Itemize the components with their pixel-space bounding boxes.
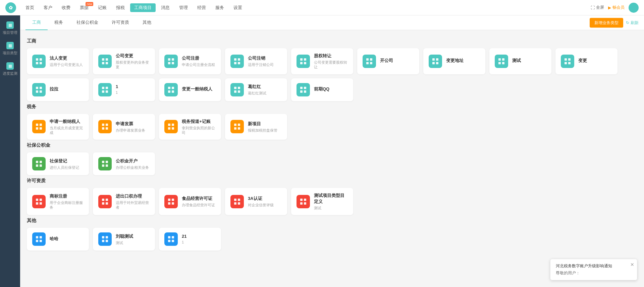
svg-rect-76 — [102, 161, 104, 163]
tab-税务[interactable]: 税务 — [48, 15, 70, 30]
card-text-拉拉: 拉拉 — [50, 86, 58, 93]
card-icon-新项目 — [230, 120, 244, 133]
card-社保登记[interactable]: 社保登记进行人员社保登记 — [27, 152, 89, 175]
nav-item-收费[interactable]: 收费 — [58, 3, 74, 12]
fullscreen-label: 全屏 — [596, 5, 604, 10]
nav-item-工商项目[interactable]: 工商项目 — [130, 3, 156, 12]
card-icon-测试 — [495, 55, 508, 68]
nav-item-设置[interactable]: 设置 — [229, 3, 246, 12]
card-葛红红[interactable]: 葛红红葛红红测试 — [225, 78, 287, 101]
sidebar-item-项目类型[interactable]: ▦项目类型 — [0, 39, 20, 59]
card-21[interactable]: 211 — [159, 228, 221, 250]
nav-item-经营[interactable]: 经营 — [193, 3, 210, 12]
logo[interactable]: ✿ — [5, 2, 16, 13]
sidebar-icon-进度监测: ▦ — [6, 62, 14, 70]
card-拉拉[interactable]: 拉拉 — [27, 78, 89, 101]
card-title-进出口权办理: 进出口权办理 — [116, 193, 150, 199]
tab-工商[interactable]: 工商 — [25, 15, 48, 30]
fullscreen-button[interactable]: ⛶ 全屏 — [591, 5, 604, 10]
vip-button[interactable]: ▶ 畅会员 — [608, 5, 625, 10]
card-icon-税务报道+记账 — [164, 120, 178, 133]
nav-item-报税[interactable]: 报税 — [112, 3, 129, 12]
refresh-button[interactable]: ↻ 刷新 — [626, 18, 639, 27]
notification-title: 河北税务数字账户升级影响通知 — [556, 263, 632, 269]
card-desc-股权转让: 公司变更需要股权转让 — [314, 60, 348, 70]
svg-rect-86 — [102, 202, 104, 205]
svg-rect-89 — [172, 199, 174, 201]
card-公司注销[interactable]: 公司注销适用于注销公司 — [225, 48, 287, 74]
card-哈哈[interactable]: 哈哈 — [27, 228, 89, 250]
avatar[interactable] — [629, 3, 639, 13]
card-申请发票[interactable]: 申请发票办理申请发票业务 — [93, 114, 155, 140]
card-测试[interactable]: 测试 — [489, 48, 551, 74]
add-type-button[interactable]: 新增业务类型 — [590, 18, 623, 27]
nav-item-记账[interactable]: 记账 — [94, 3, 111, 12]
card-desc-商标注册: 用于企业商标注册服务 — [50, 200, 84, 210]
card-text-公司注销: 公司注销适用于注销公司 — [248, 55, 274, 67]
card-text-前期QQ: 前期QQ — [314, 86, 329, 93]
card-新项目[interactable]: 新项目报税加税控盘保管 — [225, 114, 287, 140]
nav-item-消息[interactable]: 消息 — [157, 3, 174, 12]
svg-rect-1 — [40, 58, 42, 61]
svg-rect-93 — [238, 199, 240, 201]
svg-rect-24 — [432, 58, 435, 61]
card-text-进出口权办理: 进出口权办理适用于对外贸易经营者 — [116, 193, 150, 210]
card-申请一般纳税人[interactable]: 申请一般纳税人当月或次月成变更完成 — [27, 114, 89, 140]
svg-rect-32 — [565, 58, 567, 61]
svg-rect-42 — [102, 90, 104, 93]
svg-rect-71 — [238, 127, 240, 130]
card-刘聪测试[interactable]: 刘聪测试测试 — [93, 228, 155, 250]
nav-item-客户[interactable]: 客户 — [40, 3, 56, 12]
card-测试项目类型目定义[interactable]: 测试项目类型目定义测试 — [291, 188, 353, 215]
card-税务报道+记账[interactable]: 税务报道+记账拿到营业执照的新公司 — [159, 114, 221, 140]
tab-actions: 新增业务类型 ↻ 刷新 — [590, 18, 639, 27]
card-公司变更[interactable]: 公司变更股权变更外的业务变更 — [93, 48, 155, 74]
svg-rect-18 — [300, 62, 303, 64]
svg-rect-35 — [568, 62, 571, 64]
svg-rect-91 — [172, 202, 174, 205]
card-前期QQ[interactable]: 前期QQ — [291, 78, 353, 101]
nav-item-首页[interactable]: 首页 — [21, 3, 38, 12]
svg-rect-92 — [234, 199, 236, 201]
tab-其他[interactable]: 其他 — [136, 15, 158, 30]
svg-rect-57 — [40, 124, 42, 126]
card-变更[interactable]: 变更 — [555, 48, 618, 74]
card-商标注册[interactable]: 商标注册用于企业商标注册服务 — [27, 188, 89, 215]
cards-grid-其他: 哈哈 刘聪测试测试 211 — [27, 228, 637, 250]
card-icon-社保登记 — [32, 157, 46, 170]
notification-close-button[interactable]: ✕ — [630, 262, 634, 267]
sidebar-item-项目管理[interactable]: ▦项目管理 — [0, 18, 20, 39]
card-变更地址[interactable]: 变更地址 — [423, 48, 485, 74]
card-开公司[interactable]: 开公司 — [357, 48, 419, 74]
card-公司注册[interactable]: 公司注册申请公司注册全流程 — [159, 48, 221, 74]
tab-社保公积金[interactable]: 社保公积金 — [70, 15, 105, 30]
svg-rect-21 — [370, 58, 372, 61]
card-1[interactable]: 11 — [93, 78, 155, 101]
svg-rect-109 — [172, 236, 174, 238]
card-公积金开户[interactable]: 公积金开户办理公积金相关业务 — [93, 152, 155, 175]
svg-rect-38 — [36, 90, 38, 93]
nav-item-管理[interactable]: 管理 — [175, 3, 192, 12]
tab-许可资质[interactable]: 许可资质 — [105, 15, 136, 30]
logo-icon: ✿ — [9, 5, 13, 10]
sidebar-item-进度监测[interactable]: ▦进度监测 — [0, 59, 20, 79]
svg-rect-51 — [238, 90, 240, 93]
card-title-哈哈: 哈哈 — [50, 236, 58, 242]
nav-item-票据[interactable]: 票据new — [76, 3, 93, 12]
top-nav-right: ⛶ 全屏 ▶ 畅会员 — [591, 3, 639, 13]
card-desc-社保登记: 进行人员社保登记 — [50, 165, 79, 170]
svg-rect-0 — [36, 58, 38, 61]
card-title-变更一般纳税人: 变更一般纳税人 — [182, 86, 212, 92]
card-变更一般纳税人[interactable]: 变更一般纳税人 — [159, 78, 221, 101]
card-3A认证[interactable]: 3A认证对企业信誉评级 — [225, 188, 287, 215]
card-text-股权转让: 股权转让公司变更需要股权转让 — [314, 53, 348, 70]
nav-item-服务[interactable]: 服务 — [211, 3, 228, 12]
card-法人变更[interactable]: 法人变更适用于公司变更法人 — [27, 48, 89, 74]
svg-rect-10 — [168, 62, 170, 64]
card-进出口权办理[interactable]: 进出口权办理适用于对外贸易经营者 — [93, 188, 155, 215]
card-食品经营许可证[interactable]: 食品经营许可证办理食品经营许可证 — [159, 188, 221, 215]
card-text-1: 11 — [116, 84, 118, 95]
card-icon-公司变更 — [98, 55, 112, 68]
svg-rect-64 — [168, 124, 170, 126]
card-股权转让[interactable]: 股权转让公司变更需要股权转让 — [291, 48, 353, 74]
